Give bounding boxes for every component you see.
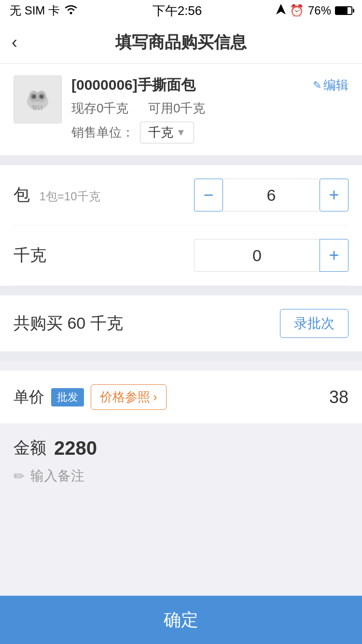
unit-row: 销售单位： 千克 ▼ bbox=[71, 122, 348, 143]
svg-point-0 bbox=[70, 12, 72, 14]
status-bar-right: ⏰ 76% bbox=[276, 4, 352, 17]
summary-section: 共购买 60 千克 录批次 bbox=[0, 295, 362, 351]
quantity-section: 包 1包=10千克 − + 千克 + bbox=[0, 165, 362, 286]
product-name: [0000006]手撕面包 bbox=[71, 75, 195, 95]
available-label bbox=[132, 101, 145, 115]
pack-qty-control: − + bbox=[194, 179, 348, 211]
stock-label: 现存0千克 bbox=[71, 101, 128, 115]
product-info: [0000006]手撕面包 ✎ 编辑 现存0千克 可用0千克 销售单位： 千克 … bbox=[71, 75, 348, 143]
kg-qty-control: + bbox=[194, 239, 348, 272]
edit-icon: ✎ bbox=[313, 79, 321, 92]
bottom-space bbox=[0, 499, 362, 595]
amount-label: 金额 bbox=[14, 437, 46, 459]
section-divider-2 bbox=[0, 286, 362, 295]
stock-info: 现存0千克 可用0千克 bbox=[71, 100, 348, 117]
amount-row: 金额 2280 bbox=[14, 437, 348, 459]
confirm-button[interactable]: 确定 bbox=[164, 608, 198, 632]
chevron-down-icon: ▼ bbox=[176, 127, 186, 138]
location-icon bbox=[276, 4, 286, 17]
amount-section: 金额 2280 ✏ 输入备注 bbox=[0, 423, 362, 499]
price-badge: 批发 bbox=[51, 388, 84, 406]
summary-row: 共购买 60 千克 录批次 bbox=[14, 295, 348, 351]
section-divider-1 bbox=[0, 155, 362, 165]
battery-percent: 76% bbox=[308, 4, 331, 17]
carrier-label: 无 SIM 卡 bbox=[10, 3, 60, 18]
back-button[interactable]: ‹ bbox=[12, 32, 17, 53]
svg-text:智计: 智计 bbox=[32, 104, 43, 111]
kg-plus-button[interactable]: + bbox=[320, 239, 348, 272]
product-thumbnail-icon: 智计 bbox=[23, 83, 52, 116]
unit-value: 千克 bbox=[148, 124, 173, 141]
note-placeholder: 输入备注 bbox=[30, 467, 84, 485]
edit-button[interactable]: ✎ 编辑 bbox=[313, 77, 348, 94]
svg-marker-1 bbox=[276, 4, 286, 14]
summary-text: 共购买 60 千克 bbox=[14, 312, 123, 335]
price-row: 单价 批发 价格参照 › 38 bbox=[14, 384, 348, 410]
page-title: 填写商品购买信息 bbox=[115, 31, 247, 54]
price-value: 38 bbox=[329, 387, 348, 407]
alarm-icon: ⏰ bbox=[290, 4, 304, 17]
section-divider-3 bbox=[0, 351, 362, 361]
product-card: 智计 [0000006]手撕面包 ✎ 编辑 现存0千克 可用0千克 销售单位： … bbox=[0, 64, 362, 155]
price-ref-button[interactable]: 价格参照 › bbox=[91, 384, 167, 410]
kg-qty-input[interactable] bbox=[194, 239, 320, 272]
status-bar: 无 SIM 卡 下午2:56 ⏰ 76% bbox=[0, 0, 362, 21]
price-label: 单价 批发 价格参照 › bbox=[14, 384, 167, 410]
note-row[interactable]: ✏ 输入备注 bbox=[14, 467, 348, 485]
svg-point-8 bbox=[40, 95, 43, 98]
pack-row: 包 1包=10千克 − + bbox=[14, 165, 348, 225]
status-bar-left: 无 SIM 卡 bbox=[10, 3, 78, 18]
batch-button[interactable]: 录批次 bbox=[280, 309, 348, 338]
pencil-icon: ✏ bbox=[14, 468, 25, 484]
price-ref-chevron: › bbox=[153, 390, 157, 405]
battery-icon bbox=[335, 6, 352, 15]
price-section: 单价 批发 价格参照 › 38 bbox=[0, 371, 362, 423]
product-image: 智计 bbox=[14, 75, 62, 124]
edit-label: 编辑 bbox=[323, 77, 348, 94]
pack-hint: 1包=10千克 bbox=[39, 190, 100, 203]
amount-value: 2280 bbox=[54, 437, 97, 459]
kg-row: 千克 + bbox=[14, 225, 348, 286]
confirm-bar[interactable]: 确定 bbox=[0, 596, 362, 644]
unit-label: 销售单位： bbox=[71, 124, 134, 141]
unit-select[interactable]: 千克 ▼ bbox=[140, 122, 194, 143]
status-bar-time: 下午2:56 bbox=[153, 2, 202, 19]
nav-bar: ‹ 填写商品购买信息 bbox=[0, 21, 362, 64]
pack-qty-input[interactable] bbox=[223, 179, 320, 211]
svg-point-7 bbox=[32, 95, 35, 98]
pack-minus-button[interactable]: − bbox=[194, 179, 223, 211]
available-value: 可用0千克 bbox=[148, 101, 205, 115]
kg-label: 千克 bbox=[14, 244, 194, 266]
pack-plus-button[interactable]: + bbox=[320, 179, 348, 211]
wifi-icon bbox=[64, 4, 78, 17]
pack-label: 包 1包=10千克 bbox=[14, 184, 194, 206]
